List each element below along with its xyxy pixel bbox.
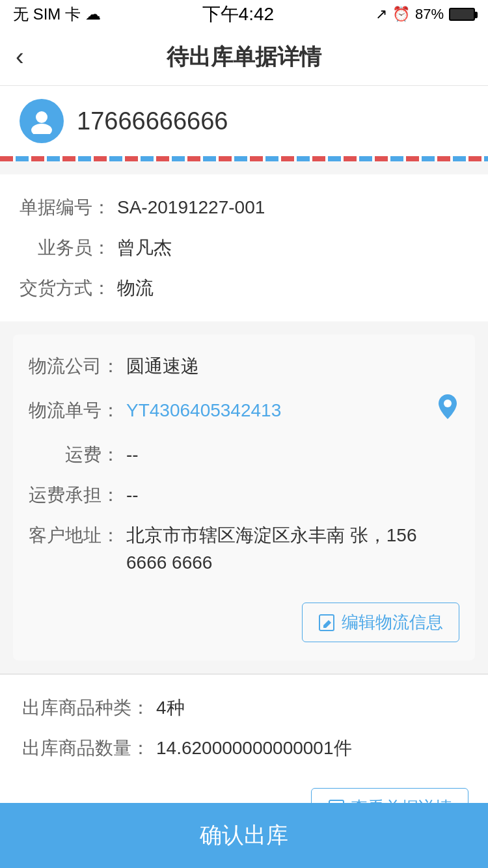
user-header: 17666666666 <box>0 86 488 156</box>
freight-row: 运费： -- <box>29 441 459 468</box>
salesperson-value: 曾凡杰 <box>111 234 468 262</box>
svg-point-0 <box>36 111 47 123</box>
dashed-separator <box>0 156 488 161</box>
person-icon <box>29 108 55 134</box>
logistics-tracking-row: 物流单号： YT43064053424​13 <box>29 393 459 428</box>
logistics-tracking-value: YT43064053424​13 <box>120 397 429 424</box>
goods-types-row: 出库商品种类： 4种 <box>20 694 468 722</box>
battery-icon <box>449 8 475 21</box>
salesperson-label: 业务员： <box>20 234 111 262</box>
order-no-row: 单据编号： SA-20191227-001 <box>20 194 468 221</box>
order-no-label: 单据编号： <box>20 194 111 221</box>
location-icon: ↗ <box>375 6 387 23</box>
page-title: 待出库单据详情 <box>167 42 321 72</box>
order-info-section: 单据编号： SA-20191227-001 业务员： 曾凡杰 交货方式： 物流 <box>0 174 488 321</box>
battery-label: 87% <box>415 6 444 23</box>
delivery-method-row: 交货方式： 物流 <box>20 275 468 302</box>
logistics-section: 物流公司： 圆通速递 物流单号： YT43064053424​13 运费： --… <box>13 334 475 660</box>
order-no-value: SA-20191227-001 <box>111 194 468 221</box>
freight-bearer-row: 运费承担： -- <box>29 481 459 509</box>
customer-address-label: 客户地址： <box>29 522 120 549</box>
logistics-company-value: 圆通速递 <box>120 353 459 380</box>
svg-point-2 <box>444 400 452 407</box>
edit-logistics-button[interactable]: 编辑物流信息 <box>302 603 459 642</box>
delivery-method-value: 物流 <box>111 275 468 302</box>
customer-address-value: 北京市市辖区海淀区永丰南 张，156 6666 6666 <box>120 522 459 576</box>
logistics-tracking-label: 物流单号： <box>29 397 120 424</box>
freight-bearer-label: 运费承担： <box>29 481 120 509</box>
status-time: 下午4:42 <box>202 2 275 27</box>
delivery-method-label: 交货方式： <box>20 275 111 302</box>
status-bar: 无 SIM 卡 ☁ 下午4:42 ↗ ⏰ 87% <box>0 0 488 29</box>
user-phone: 17666666666 <box>77 107 228 135</box>
goods-types-value: 4种 <box>150 694 468 722</box>
freight-label: 运费： <box>29 441 120 468</box>
freight-bearer-value: -- <box>120 481 459 509</box>
goods-quantity-label: 出库商品数量： <box>20 735 150 762</box>
logistics-company-label: 物流公司： <box>29 353 120 380</box>
svg-point-1 <box>31 124 52 134</box>
goods-types-label: 出库商品种类： <box>20 694 150 722</box>
edit-logistics-label: 编辑物流信息 <box>342 611 443 634</box>
goods-quantity-value: 14.620000000000001件 <box>150 735 468 762</box>
status-right: ↗ ⏰ 87% <box>375 6 475 23</box>
alarm-icon: ⏰ <box>392 6 410 23</box>
location-pin-svg <box>436 393 459 420</box>
back-button[interactable]: ‹ <box>16 43 24 71</box>
salesperson-row: 业务员： 曾凡杰 <box>20 234 468 262</box>
avatar <box>20 99 64 143</box>
status-left: 无 SIM 卡 ☁ <box>13 4 101 25</box>
map-pin-icon[interactable] <box>436 393 459 428</box>
goods-quantity-row: 出库商品数量： 14.620000000000001件 <box>20 735 468 762</box>
edit-icon <box>318 614 336 632</box>
freight-value: -- <box>120 441 459 468</box>
nav-bar: ‹ 待出库单据详情 <box>0 29 488 86</box>
confirm-button[interactable]: 确认出库 <box>0 803 488 868</box>
sim-status: 无 SIM 卡 ☁ <box>13 4 101 25</box>
customer-address-row: 客户地址： 北京市市辖区海淀区永丰南 张，156 6666 6666 <box>29 522 459 576</box>
confirm-label: 确认出库 <box>200 821 288 850</box>
logistics-company-row: 物流公司： 圆通速递 <box>29 353 459 380</box>
